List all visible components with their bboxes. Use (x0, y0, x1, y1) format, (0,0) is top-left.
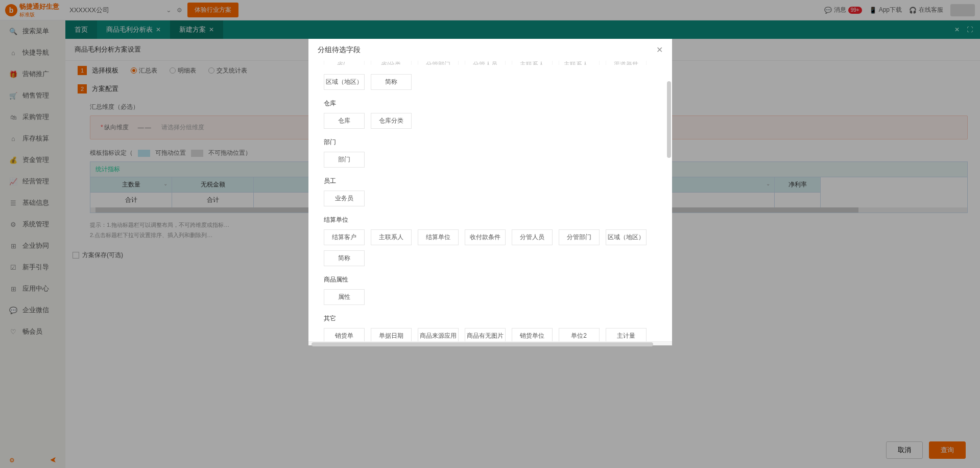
field-chip[interactable]: 结算客户 (324, 229, 365, 245)
field-chip[interactable]: 区域（地区） (606, 229, 647, 245)
modal-overlay[interactable]: 分组待选字段 ✕ 省/…省/分类分管部门分管人员主联系人主联系人…渠道举世 区域… (0, 0, 980, 468)
modal-scrollbar-y[interactable] (667, 61, 671, 229)
field-chip[interactable]: 分管部门 (559, 229, 600, 245)
group-staff-title: 员工 (324, 177, 657, 185)
field-chip[interactable]: 单据日期 (371, 328, 412, 341)
field-chip[interactable]: 销货单 (324, 328, 365, 341)
field-chip[interactable]: 省/… (324, 61, 365, 65)
field-chip[interactable]: 业务员 (324, 191, 365, 206)
field-chip[interactable]: 商品来源应用 (418, 328, 459, 341)
group-other-title: 其它 (324, 314, 657, 323)
field-chip[interactable]: 主联系人 (371, 229, 412, 245)
field-chip[interactable]: 结算单位 (418, 229, 459, 245)
field-chip[interactable]: 省/分类 (371, 61, 412, 65)
close-icon[interactable]: ✕ (656, 45, 663, 55)
field-chip[interactable]: 区域（地区） (324, 74, 365, 90)
field-chip[interactable]: 仓库 (324, 113, 365, 129)
field-chip[interactable]: 简称 (324, 250, 365, 266)
field-chip[interactable]: 主联系人… (559, 61, 600, 65)
field-chip[interactable]: 仓库分类 (371, 113, 412, 129)
field-chip[interactable]: 简称 (371, 74, 412, 90)
group-dept-title: 部门 (324, 138, 657, 147)
field-chip[interactable]: 主联系人 (512, 61, 553, 65)
field-chip[interactable]: 分管人员 (465, 61, 506, 65)
field-chip[interactable]: 属性 (324, 289, 365, 305)
group-warehouse-title: 仓库 (324, 99, 657, 108)
field-chip[interactable]: 渠道举世 (606, 61, 647, 65)
field-chip[interactable]: 部门 (324, 152, 365, 168)
field-chip[interactable]: 分管人员 (512, 229, 553, 245)
field-chip[interactable]: 收付款条件 (465, 229, 506, 245)
field-chip[interactable]: 单位2 (559, 328, 600, 341)
modal-title: 分组待选字段 (318, 45, 361, 55)
field-chip[interactable]: 销货单位 (512, 328, 553, 341)
group-field-modal: 分组待选字段 ✕ 省/…省/分类分管部门分管人员主联系人主联系人…渠道举世 区域… (308, 39, 672, 345)
modal-scrollbar-x[interactable] (308, 341, 672, 345)
group-attr-title: 商品属性 (324, 275, 657, 284)
field-chip[interactable]: 商品有无图片 (465, 328, 506, 341)
field-chip[interactable]: 分管部门 (418, 61, 459, 65)
field-chip[interactable]: 主计量 (606, 328, 647, 341)
group-settle-title: 结算单位 (324, 216, 657, 224)
modal-body: 省/…省/分类分管部门分管人员主联系人主联系人…渠道举世 区域（地区）简称 仓库… (308, 61, 672, 341)
